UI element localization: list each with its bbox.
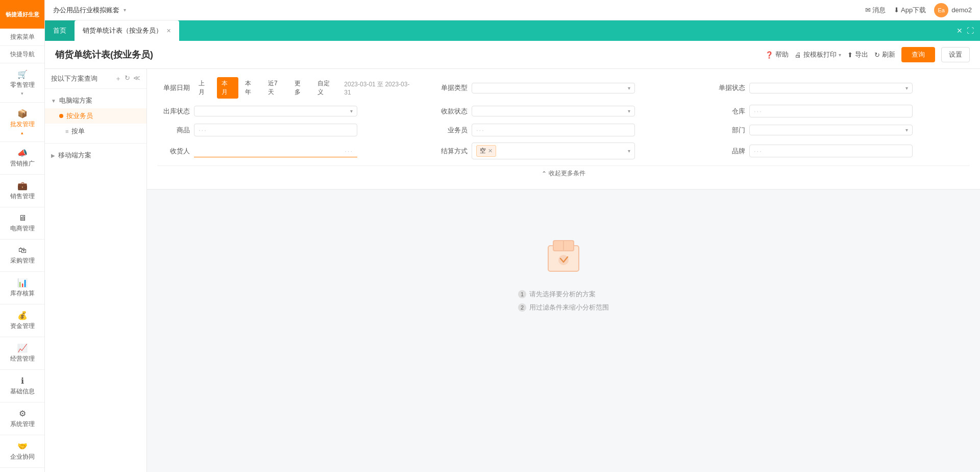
tab-spacer bbox=[179, 20, 950, 41]
finance-icon: 💰 bbox=[17, 311, 28, 320]
query-button[interactable]: 查询 bbox=[901, 47, 935, 62]
settlement-control[interactable]: 空 ✕ ▾ bbox=[472, 143, 692, 159]
main-area: 办公用品行业模拟账套 ▾ ✉ 消息 ⬇ App下载 Ea demo2 首页 bbox=[45, 0, 980, 472]
recipient-control[interactable]: ··· bbox=[194, 145, 414, 157]
export-icon: ⬆ bbox=[847, 51, 853, 59]
top-header-actions: ✉ 消息 ⬇ App下载 Ea demo2 bbox=[865, 3, 972, 17]
warehouse-control[interactable]: ··· bbox=[749, 105, 970, 117]
tree-item-desktop[interactable]: ▼ 电脑端方案 bbox=[45, 93, 146, 108]
sidebar-item-purchase[interactable]: 🛍 采购管理 bbox=[0, 240, 44, 272]
sidebar-item-marketing[interactable]: 📣 营销推广 bbox=[0, 142, 44, 175]
date-control: 上月 本月 本年 近7天 更多 自定义 2023-03-01 至 2023-03… bbox=[194, 77, 414, 99]
recipient-select[interactable]: ··· bbox=[194, 145, 357, 157]
filter-row-1: 单据日期 上月 本月 本年 近7天 更多 自定义 2023-03-01 至 20… bbox=[157, 77, 970, 99]
sidebar-item-inventory[interactable]: 📊 库存核算 bbox=[0, 272, 44, 304]
sidebar-item-ecommerce[interactable]: 🖥 电商管理 bbox=[0, 207, 44, 240]
brand-select[interactable]: ··· bbox=[749, 145, 913, 157]
brand-control[interactable]: ··· bbox=[749, 145, 970, 157]
sidebar-item-system[interactable]: ⚙ 系统管理 bbox=[0, 403, 44, 435]
tree-child-salesperson[interactable]: 按业务员 bbox=[45, 108, 146, 124]
tip-1: 1 请先选择要分析的方案 bbox=[518, 290, 609, 299]
print-btn[interactable]: 🖨 按模板打印 ▾ bbox=[795, 50, 841, 59]
marketing-icon: 📣 bbox=[17, 148, 28, 158]
doc-type-control[interactable]: ▾ bbox=[472, 83, 692, 93]
sidebar-item-retail[interactable]: 🛒 零售管理 ▾ bbox=[0, 63, 44, 103]
tab-home[interactable]: 首页 bbox=[45, 20, 75, 41]
sidebar-item-sales[interactable]: 💼 销售管理 bbox=[0, 175, 44, 207]
goods-control[interactable]: ··· bbox=[194, 124, 414, 136]
sidebar-item-guide[interactable]: 🎯 新手引导 bbox=[0, 468, 44, 472]
tree-item-mobile[interactable]: ▶ 移动端方案 bbox=[45, 148, 146, 163]
goods-label: 商品 bbox=[157, 126, 194, 135]
doc-status-select[interactable]: ▾ bbox=[749, 83, 913, 93]
date-btn-7days[interactable]: 近7天 bbox=[263, 77, 288, 99]
settlement-tag-remove[interactable]: ✕ bbox=[488, 148, 493, 154]
message-btn[interactable]: ✉ 消息 bbox=[865, 6, 886, 15]
tree-desktop: ▼ 电脑端方案 按业务员 ≡ 按单 bbox=[45, 89, 146, 143]
add-scheme-btn[interactable]: ＋ bbox=[115, 74, 121, 83]
collapse-panel-btn[interactable]: ≪ bbox=[133, 74, 140, 83]
department-arrow: ▾ bbox=[905, 127, 908, 133]
doc-status-arrow: ▾ bbox=[905, 85, 908, 91]
panel-icons: ＋ ↻ ≪ bbox=[115, 74, 140, 83]
doc-type-label: 单据类型 bbox=[435, 83, 472, 92]
tab-close-icon[interactable]: ✕ bbox=[166, 28, 171, 34]
department-label: 部门 bbox=[713, 126, 749, 135]
warehouse-select[interactable]: ··· bbox=[749, 105, 913, 117]
department-control[interactable]: ▾ bbox=[749, 125, 970, 135]
active-dot bbox=[59, 114, 63, 118]
out-status-select[interactable]: ▾ bbox=[194, 106, 357, 116]
sidebar-item-enterprise[interactable]: 🤝 企业协同 bbox=[0, 435, 44, 468]
doc-status-label: 单据状态 bbox=[713, 83, 749, 92]
operations-icon: 📈 bbox=[17, 343, 28, 353]
salesperson-label: 业务员 bbox=[435, 126, 472, 135]
goods-select[interactable]: ··· bbox=[194, 124, 357, 136]
salesperson-control[interactable]: ··· bbox=[472, 124, 692, 136]
sidebar-item-wholesale[interactable]: 📦 批发管理 ▴ bbox=[0, 103, 44, 142]
user-profile[interactable]: Ea demo2 bbox=[934, 3, 972, 17]
quick-nav[interactable]: 快捷导航 bbox=[0, 46, 44, 63]
refresh-scheme-btn[interactable]: ↻ bbox=[125, 74, 130, 83]
recipient-label: 收货人 bbox=[157, 147, 194, 156]
date-btn-this-year[interactable]: 本年 bbox=[240, 77, 261, 99]
page-title: 销货单统计表(按业务员) bbox=[55, 49, 153, 61]
collapse-btn[interactable]: ⌃ 收起更多条件 bbox=[157, 166, 970, 181]
date-btn-last-month[interactable]: 上月 bbox=[194, 77, 215, 99]
help-btn[interactable]: ❓ 帮助 bbox=[765, 50, 789, 59]
retail-icon: 🛒 bbox=[17, 69, 28, 79]
date-btn-custom[interactable]: 自定义 bbox=[313, 77, 340, 99]
tab-sales-stats[interactable]: 销货单统计表（按业务员） ✕ bbox=[75, 20, 179, 41]
left-panel-header: 按以下方案查询 ＋ ↻ ≪ bbox=[45, 69, 146, 89]
content-inner: 按以下方案查询 ＋ ↻ ≪ ▼ 电脑端方案 按业务员 bbox=[45, 69, 980, 472]
app-download-btn[interactable]: ⬇ App下载 bbox=[894, 6, 926, 15]
export-btn[interactable]: ⬆ 导出 bbox=[847, 50, 868, 59]
doc-status-control[interactable]: ▾ bbox=[749, 83, 970, 93]
sidebar-item-operations[interactable]: 📈 经营管理 bbox=[0, 337, 44, 370]
sidebar-item-basic-info[interactable]: ℹ 基础信息 bbox=[0, 370, 44, 403]
collection-status-control[interactable]: ▾ bbox=[472, 106, 692, 116]
salesperson-select[interactable]: ··· bbox=[472, 124, 635, 136]
collection-status-select[interactable]: ▾ bbox=[472, 106, 635, 116]
industry-selector[interactable]: 办公用品行业模拟账套 ▾ bbox=[53, 6, 126, 15]
enterprise-icon: 🤝 bbox=[17, 441, 28, 451]
search-menu[interactable]: 搜索菜单 bbox=[0, 29, 44, 46]
date-btn-this-month[interactable]: 本月 bbox=[217, 77, 238, 99]
department-select[interactable]: ▾ bbox=[749, 125, 913, 135]
out-status-control[interactable]: ▾ bbox=[194, 106, 414, 116]
date-btn-more[interactable]: 更多 bbox=[290, 77, 311, 99]
refresh-btn[interactable]: ↻ 刷新 bbox=[874, 50, 895, 59]
tree-collapse-icon: ▶ bbox=[51, 153, 55, 158]
settings-button[interactable]: 设置 bbox=[941, 47, 970, 62]
refresh-icon: ↻ bbox=[874, 51, 880, 59]
settlement-select[interactable]: 空 ✕ ▾ bbox=[472, 143, 635, 159]
tree-child-document[interactable]: ≡ 按单 bbox=[45, 124, 146, 139]
collection-status-arrow: ▾ bbox=[628, 108, 630, 114]
chevron-up-icon: ▴ bbox=[21, 130, 23, 135]
window-close-btn[interactable]: ✕ bbox=[957, 27, 963, 35]
page-header: 销货单统计表(按业务员) ❓ 帮助 🖨 按模板打印 ▾ ⬆ 导出 ↻ 刷新 bbox=[45, 41, 980, 69]
tree-expand-icon: ▼ bbox=[51, 98, 56, 104]
window-maximize-btn[interactable]: ⛶ bbox=[967, 27, 974, 35]
sidebar-item-finance[interactable]: 💰 资金管理 bbox=[0, 304, 44, 337]
doc-type-select[interactable]: ▾ bbox=[472, 83, 635, 93]
collection-status-label: 收款状态 bbox=[435, 107, 472, 116]
